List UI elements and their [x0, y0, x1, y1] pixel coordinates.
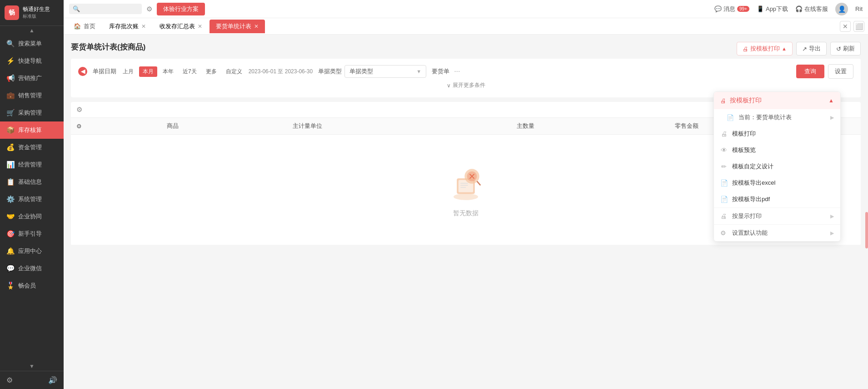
user-avatar[interactable]: 👤	[835, 3, 848, 15]
date-btn-this-month[interactable]: 本月	[139, 66, 157, 77]
sidebar-item-search[interactable]: 🔍 搜索菜单	[0, 35, 64, 52]
app-download-item[interactable]: 📱 App下载	[757, 5, 788, 13]
date-btn-custom[interactable]: 自定义	[222, 66, 246, 77]
print-btn[interactable]: 🖨 按模板打印 ▲	[737, 42, 793, 56]
topbar: 🔍 ⚙ 体验行业方案 💬 消息 99+ 📱 App下载 🎧 在线客服 👤 Ri	[64, 0, 868, 18]
dp-item-template-preview[interactable]: 👁 模板预览	[714, 142, 840, 158]
sidebar-item-collab[interactable]: 🤝 企业协同	[0, 208, 64, 225]
sidebar-item-label: 系统管理	[18, 195, 42, 203]
type-select-placeholder: 单据类型	[349, 67, 373, 76]
sidebar-item-operation[interactable]: 📊 经营管理	[0, 156, 64, 173]
tab-receipts-summary-close[interactable]: ✕	[198, 23, 202, 30]
dp-template-print-icon: 🖨	[720, 130, 728, 137]
page-actions: 🖨 按模板打印 ▲ ↗ 导出 ↺ 刷新	[737, 42, 861, 56]
topbar-search-input[interactable]	[82, 6, 132, 12]
date-btn-more[interactable]: 更多	[202, 66, 220, 77]
tab-receipts-summary[interactable]: 收发存汇总表 ✕	[153, 20, 209, 33]
online-service-label: 在线客服	[804, 5, 828, 13]
date-btn-7days[interactable]: 近7天	[179, 66, 200, 77]
topbar-right: 💬 消息 99+ 📱 App下载 🎧 在线客服 👤 Rit	[714, 3, 863, 15]
audio-bottom-icon[interactable]: 🔊	[48, 376, 57, 384]
online-service-item[interactable]: 🎧 在线客服	[795, 5, 828, 13]
print-btn-label: 按模板打印	[750, 45, 780, 53]
dp-section-set-default[interactable]: ⚙ 设置默认功能 ▶	[714, 224, 840, 241]
type-select-arrow-icon: ▼	[416, 69, 421, 74]
tab-requisition-stats-close[interactable]: ✕	[254, 23, 259, 30]
sidebar-item-appstore[interactable]: 🔔 应用中心	[0, 242, 64, 260]
dp-current-item[interactable]: 📄 当前：要货单统计表 ▶	[714, 109, 840, 126]
tab-home[interactable]: 🏠 首页	[67, 20, 102, 33]
dp-header-arrow-icon: ▲	[828, 97, 834, 104]
sidebar-item-label: 搜索菜单	[18, 40, 42, 48]
sidebar-item-system[interactable]: ⚙️ 系统管理	[0, 191, 64, 208]
dp-item-template-pdf[interactable]: 📄 按模板导出pdf	[714, 191, 840, 207]
filter-row-main: ◀ 单据日期 上月 本月 本年 近7天 更多 自定义 2023-06-01 至 …	[78, 64, 853, 79]
query-btn[interactable]: 查询	[796, 65, 824, 78]
dp-item-template-print[interactable]: 🖨 模板打印	[714, 126, 840, 142]
sidebar-item-finance[interactable]: 💰 资金管理	[0, 139, 64, 156]
tab-inventory-batch-close[interactable]: ✕	[141, 23, 146, 30]
sidebar-bottom: ⚙ 🔊	[0, 371, 64, 389]
table-settings-icon[interactable]: ⚙	[76, 106, 82, 114]
notifications-item[interactable]: 💬 消息 99+	[714, 5, 749, 13]
refresh-btn-label: 刷新	[843, 45, 855, 53]
sidebar-item-marketing[interactable]: 📢 营销推广	[0, 70, 64, 87]
dp-template-excel-label: 按模板导出excel	[732, 179, 834, 187]
right-scrollbar[interactable]	[865, 212, 868, 248]
dp-item-template-custom[interactable]: ✏ 模板自定义设计	[714, 158, 840, 175]
dp-set-default-arrow-icon: ▶	[830, 230, 834, 236]
finance-icon: 💰	[6, 143, 15, 152]
download-icon: 📱	[757, 5, 764, 12]
dp-template-custom-icon: ✏	[720, 163, 728, 170]
settings-btn[interactable]: 设置	[828, 64, 853, 79]
export-btn[interactable]: ↗ 导出	[796, 42, 827, 56]
sidebar-item-inventory[interactable]: 📦 库存核算	[0, 121, 64, 139]
filter-goods-section: 要货单 ···	[432, 67, 460, 76]
date-btn-this-year[interactable]: 本年	[159, 66, 177, 77]
expand-more-bar[interactable]: ∨ 展开更多条件	[78, 79, 853, 92]
dp-display-print-icon: 🖨	[720, 212, 728, 220]
guide-icon: 🎯	[6, 230, 15, 238]
date-btn-last-month[interactable]: 上月	[119, 66, 137, 77]
sidebar-item-label: 畅会员	[18, 282, 36, 290]
inventory-icon: 📦	[6, 126, 15, 134]
sidebar-scroll-down[interactable]: ▼	[0, 362, 64, 371]
dp-current-arrow-icon: ▶	[830, 115, 834, 121]
bell-icon: 💬	[714, 5, 722, 12]
topbar-gear-icon[interactable]: ⚙	[146, 5, 152, 13]
dp-header[interactable]: 🖨 按模板打印 ▲	[714, 92, 840, 109]
type-select[interactable]: 单据类型 ▼	[344, 65, 426, 78]
sidebar-item-label: 库存核算	[18, 126, 42, 134]
sidebar-item-guide[interactable]: 🎯 新手引导	[0, 225, 64, 242]
service-icon: 🎧	[795, 5, 803, 12]
sidebar-item-sales[interactable]: 💼 销售管理	[0, 87, 64, 104]
sidebar-item-wechat[interactable]: 💬 企业微信	[0, 260, 64, 277]
topbar-search-box[interactable]: 🔍	[69, 4, 142, 14]
app-logo-icon: 畅	[5, 5, 19, 20]
dp-item-template-excel[interactable]: 📄 按模板导出excel	[714, 175, 840, 191]
filter-action-area: 查询 设置	[796, 64, 853, 79]
sidebar-item-member[interactable]: 🎖️ 畅会员	[0, 277, 64, 294]
tab-requisition-stats[interactable]: 要货单统计表 ✕	[210, 20, 265, 33]
settings-bottom-icon[interactable]: ⚙	[6, 376, 13, 384]
dp-section-display-print[interactable]: 🖨 按显示打印 ▶	[714, 207, 840, 224]
tab-inventory-batch[interactable]: 库存批次账 ✕	[103, 20, 152, 33]
dp-template-pdf-label: 按模板导出pdf	[732, 195, 834, 203]
tab-close-all-btn[interactable]: ✕	[840, 21, 851, 32]
filter-type-section: 单据类型 单据类型 ▼	[318, 65, 426, 78]
trial-btn[interactable]: 体验行业方案	[157, 3, 205, 15]
sidebar-item-purchase[interactable]: 🛒 采购管理	[0, 104, 64, 121]
print-dropdown-arrow: ▲	[782, 46, 787, 51]
tab-maximize-btn[interactable]: ⬜	[853, 21, 864, 32]
sidebar-item-label: 企业协同	[18, 212, 42, 221]
sidebar-item-shortcut[interactable]: ⚡ 快捷导航	[0, 52, 64, 70]
filter-expand-icon[interactable]: ◀	[78, 67, 87, 76]
refresh-btn[interactable]: ↺ 刷新	[830, 42, 861, 56]
notifications-badge: 99+	[737, 6, 749, 12]
sidebar-scroll-up[interactable]: ▲	[0, 26, 64, 35]
sidebar-item-label: 新手引导	[18, 230, 42, 238]
sidebar-item-basic[interactable]: 📋 基础信息	[0, 173, 64, 191]
tab-home-label: 首页	[84, 22, 95, 30]
col-settings[interactable]: ⚙	[71, 118, 161, 135]
goods-filter-label: 要货单	[432, 67, 449, 76]
